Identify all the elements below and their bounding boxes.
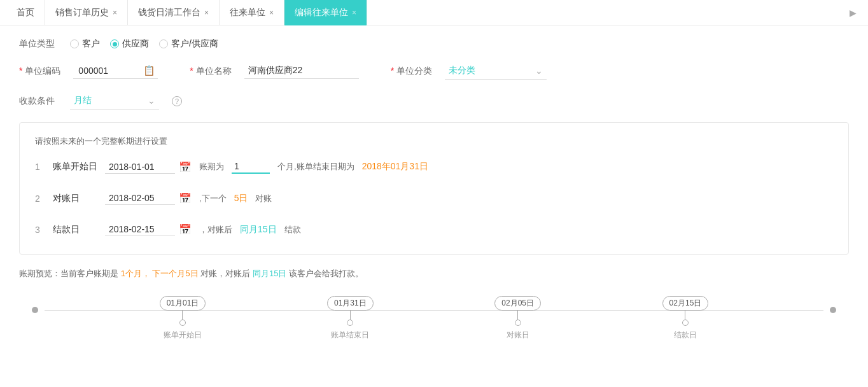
timeline-tick-1 (182, 311, 183, 320)
timeline-node-2: 01月31日 账单结束日 (327, 296, 374, 341)
timeline-start-dot-circle (32, 307, 38, 313)
period-desc-highlight-1: 2018年01月31日 (362, 161, 428, 172)
tab-cash-work-label: 钱货日清工作台 (138, 7, 200, 18)
period-date-wrap-2: 📅 (105, 192, 192, 205)
payment-terms-value: 月结 (74, 95, 92, 106)
radio-supplier[interactable]: 供应商 (110, 38, 149, 50)
timeline-label-3: 对账日 (507, 330, 529, 341)
unit-category-label: 单位分类 (391, 66, 432, 77)
timeline-badge-2: 01月31日 (327, 296, 374, 311)
tab-edit-counterparty-label: 编辑往来单位 (295, 7, 348, 18)
period-num-1: 1 (35, 162, 45, 172)
payment-terms-select[interactable]: 月结 ⌄ (70, 92, 159, 109)
period-desc-prefix-1: 个月,账单结束日期为 (277, 161, 354, 172)
unit-name-input[interactable] (244, 63, 359, 79)
timeline-badge-4: 02月15日 (662, 296, 709, 311)
timeline-node-1: 01月01日 账单开始日 (160, 296, 206, 341)
preview-mid: 对账，对账后 (200, 269, 250, 278)
calendar-icon-3[interactable]: 📅 (179, 223, 192, 236)
period-field-label-3: 结款日 (53, 224, 97, 236)
tabs-bar: 首页 销售订单历史 × 钱货日清工作台 × 往来单位 × 编辑往来单位 × ▶ (0, 0, 868, 25)
timeline-tick-2 (350, 311, 351, 320)
tab-cash-work[interactable]: 钱货日清工作台 × (128, 0, 220, 25)
period-desc-suffix-2: 对账 (255, 193, 272, 204)
unit-info-row: 单位编码 📋 单位名称 单位分类 未分类 ⌄ (19, 62, 849, 80)
tab-sales-order-history-close[interactable]: × (113, 8, 117, 17)
timeline-end-dot (830, 296, 836, 313)
timeline-label-4: 结款日 (674, 330, 697, 341)
radio-customer-label: 客户 (82, 38, 100, 50)
period-mid-label-1: 账期为 (199, 161, 224, 172)
payment-terms-chevron-down-icon: ⌄ (148, 95, 155, 106)
period-desc-highlight-3: 同月15日 (240, 224, 277, 236)
main-content: 单位类型 客户 供应商 客户/供应商 单位编码 📋 单位名称 单位分类 (0, 25, 868, 387)
timeline-badge-1: 01月01日 (160, 296, 206, 311)
tab-cash-work-close[interactable]: × (204, 8, 209, 17)
period-desc-highlight-2: 5日 (234, 193, 248, 204)
period-row-1: 1 账单开始日 📅 账期为 个月,账单结束日期为 2018年01月31日 (35, 160, 833, 174)
timeline-node-4: 02月15日 结款日 (662, 296, 709, 341)
period-row-2: 2 对账日 📅 ,下一个 5日 对账 (35, 192, 833, 205)
calendar-icon-1[interactable]: 📅 (179, 161, 192, 173)
timeline-dot-3 (515, 320, 521, 326)
timeline-dot-1 (179, 320, 186, 326)
period-settings-box: 请按照未来的一个完整帐期进行设置 1 账单开始日 📅 账期为 个月,账单结束日期… (19, 122, 849, 255)
period-desc-suffix-3: 结款 (284, 224, 301, 236)
period-field-label-1: 账单开始日 (53, 161, 97, 172)
timeline-label-1: 账单开始日 (164, 330, 202, 341)
period-date-input-1[interactable] (105, 160, 175, 174)
unit-category-select[interactable]: 未分类 ⌄ (445, 62, 547, 80)
unit-type-radio-group: 客户 供应商 客户/供应商 (70, 38, 218, 50)
radio-customer[interactable]: 客户 (70, 38, 100, 50)
timeline-start-dot (32, 296, 38, 313)
period-num-3: 3 (35, 225, 45, 235)
tab-home[interactable]: 首页 (6, 0, 45, 25)
preview-part2: 下一个月5日 (152, 269, 198, 278)
period-date-input-2[interactable] (105, 192, 175, 205)
unit-code-input[interactable] (76, 64, 139, 77)
timeline-badge-3: 02月05日 (494, 296, 541, 311)
period-date-input-3[interactable] (105, 223, 175, 236)
preview-part3: 同月15日 (253, 269, 286, 278)
unit-type-label: 单位类型 (19, 38, 57, 50)
tab-sales-order-history-label: 销售订单历史 (55, 7, 109, 18)
timeline-node-3: 02月05日 对账日 (494, 296, 541, 341)
tab-counterparty-close[interactable]: × (269, 8, 274, 17)
timeline-end-dot-circle (830, 307, 836, 313)
help-icon[interactable]: ? (172, 96, 182, 106)
preview-suffix: 该客户会给我打款。 (289, 269, 363, 278)
period-field-label-2: 对账日 (53, 193, 97, 204)
timeline-label-2: 账单结束日 (331, 330, 369, 341)
tab-counterparty[interactable]: 往来单位 × (220, 0, 284, 25)
radio-both-circle (159, 39, 168, 48)
period-box-title: 请按照未来的一个完整帐期进行设置 (35, 136, 833, 147)
month-input-1[interactable] (232, 160, 270, 174)
tab-sales-order-history[interactable]: 销售订单历史 × (45, 0, 128, 25)
preview-part1: 1个月， (121, 269, 150, 278)
unit-code-field-wrap: 📋 (73, 63, 158, 79)
timeline-tick-4 (685, 311, 685, 320)
radio-customer-circle (70, 39, 79, 48)
period-desc-prefix-3: ，对账后 (199, 224, 232, 236)
clipboard-icon[interactable]: 📋 (143, 65, 155, 76)
payment-terms-row: 收款条件 月结 ⌄ ? (19, 92, 849, 109)
calendar-icon-2[interactable]: 📅 (179, 192, 192, 204)
period-desc-prefix-2: ,下一个 (199, 193, 227, 204)
preview-prefix: 账期预览：当前客户账期是 (19, 269, 118, 278)
tab-home-label: 首页 (17, 7, 34, 18)
unit-code-label: 单位编码 (19, 66, 60, 77)
radio-both[interactable]: 客户/供应商 (159, 38, 218, 50)
period-num-2: 2 (35, 194, 45, 204)
chevron-right-icon: ▶ (850, 8, 857, 18)
unit-type-row: 单位类型 客户 供应商 客户/供应商 (19, 38, 849, 50)
period-row-3: 3 结款日 📅 ，对账后 同月15日 结款 (35, 223, 833, 236)
unit-name-label: 单位名称 (190, 66, 231, 77)
tab-edit-counterparty-close[interactable]: × (352, 8, 356, 17)
tab-edit-counterparty[interactable]: 编辑往来单位 × (284, 0, 367, 25)
tab-more-arrow[interactable]: ▶ (844, 8, 862, 18)
timeline-nodes: 01月01日 账单开始日 01月31日 账单结束日 02月05日 对账日 (32, 296, 836, 341)
chevron-down-icon: ⌄ (535, 66, 543, 76)
unit-category-value: 未分类 (449, 65, 475, 76)
timeline-dot-4 (682, 320, 689, 326)
timeline-dot-2 (347, 320, 353, 326)
